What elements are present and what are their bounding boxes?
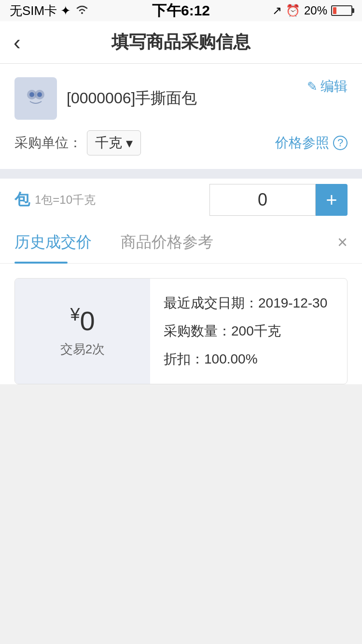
product-card: [0000006]手撕面包 ✎ 编辑 采购单位： 千克 ▾ 价格参照 ?: [0, 64, 362, 169]
battery-icon: [331, 5, 352, 16]
quantity-control: 0 +: [209, 184, 348, 216]
quantity-input[interactable]: 0: [209, 184, 316, 216]
edit-button[interactable]: ✎ 编辑: [307, 77, 348, 96]
purchase-qty-value: 200千克: [231, 323, 281, 338]
unit-value: 千克: [95, 134, 122, 152]
status-bar: 无SIM卡 ✦ 下午6:12 ↗ ⏰ 20%: [0, 0, 362, 21]
currency-symbol: ¥: [70, 305, 80, 324]
price-card: ¥0 交易2次 最近成交日期：2019-12-30 采购数量：200千克 折扣：…: [14, 278, 348, 384]
product-left: [0000006]手撕面包: [14, 77, 197, 120]
svg-point-2: [29, 92, 34, 97]
tab-underline: [14, 262, 68, 264]
edit-icon: ✎: [307, 79, 318, 94]
section-divider: [0, 169, 362, 179]
edit-label: 编辑: [320, 77, 348, 96]
price-amount: ¥0: [70, 305, 95, 336]
unit-label: 采购单位：: [14, 134, 82, 152]
product-info: [0000006]手撕面包: [67, 88, 197, 109]
unit-arrow: ▾: [126, 135, 133, 151]
location-icon: ↗: [272, 4, 282, 17]
tabs-section: 历史成交价 商品价格参考 × ¥0 交易2次 最近成交日期：2019-12-30: [0, 221, 362, 384]
product-thumbnail: [14, 77, 57, 120]
package-hint: 1包=10千克: [35, 192, 96, 208]
tab-history-label: 历史成交价: [14, 232, 92, 253]
trade-count: 交易2次: [60, 341, 105, 358]
carrier-text: 无SIM卡 ✦: [10, 2, 71, 19]
package-label: 包 1包=10千克: [14, 189, 96, 210]
discount-value: 100.00%: [204, 351, 258, 366]
quantity-row: 包 1包=10千克 0 +: [0, 179, 362, 221]
tabs-header: 历史成交价 商品价格参考 ×: [0, 221, 362, 264]
price-value: 0: [80, 305, 95, 336]
nav-bar: ‹ 填写商品采购信息: [0, 21, 362, 64]
product-name: [0000006]手撕面包: [67, 88, 197, 109]
main-content: 历史成交价 商品价格参考 × ¥0 交易2次 最近成交日期：2019-12-30: [0, 221, 362, 511]
status-left: 无SIM卡 ✦: [10, 2, 89, 19]
alarm-icon: ⏰: [286, 4, 300, 17]
tabs-close-button[interactable]: ×: [337, 232, 348, 252]
page-title: 填写商品采购信息: [111, 30, 251, 54]
discount-label: 折扣：: [164, 351, 204, 366]
back-button[interactable]: ‹: [14, 32, 21, 53]
price-ref-label: 价格参照: [275, 134, 329, 152]
price-left-panel: ¥0 交易2次: [15, 279, 150, 384]
tab-history-price[interactable]: 历史成交价: [14, 221, 106, 264]
quantity-plus-button[interactable]: +: [316, 184, 348, 216]
purchase-qty-label: 采购数量：: [164, 323, 231, 338]
product-unit-row: 采购单位： 千克 ▾ 价格参照 ?: [14, 130, 348, 155]
unit-selector[interactable]: 千克 ▾: [87, 130, 141, 155]
price-reference-button[interactable]: 价格参照 ?: [275, 134, 348, 152]
recent-date-value: 2019-12-30: [258, 295, 327, 310]
tab-product-price[interactable]: 商品价格参考: [121, 221, 228, 264]
plus-icon: +: [326, 189, 337, 211]
package-icon: 包: [14, 189, 30, 210]
purchase-qty-row: 采购数量：200千克: [164, 321, 334, 341]
product-header: [0000006]手撕面包 ✎ 编辑: [14, 77, 348, 120]
status-time: 下午6:12: [152, 1, 210, 21]
unit-selector-group: 采购单位： 千克 ▾: [14, 130, 141, 155]
wifi-icon: [75, 3, 89, 18]
tab-product-label: 商品价格参考: [121, 232, 213, 253]
status-right: ↗ ⏰ 20%: [272, 4, 352, 17]
help-icon: ?: [333, 136, 348, 150]
recent-date-row: 最近成交日期：2019-12-30: [164, 293, 334, 313]
svg-point-3: [37, 92, 42, 97]
price-right-panel: 最近成交日期：2019-12-30 采购数量：200千克 折扣：100.00%: [150, 279, 347, 384]
discount-row: 折扣：100.00%: [164, 349, 334, 369]
recent-date-label: 最近成交日期：: [164, 295, 258, 310]
battery-percent: 20%: [304, 4, 327, 17]
